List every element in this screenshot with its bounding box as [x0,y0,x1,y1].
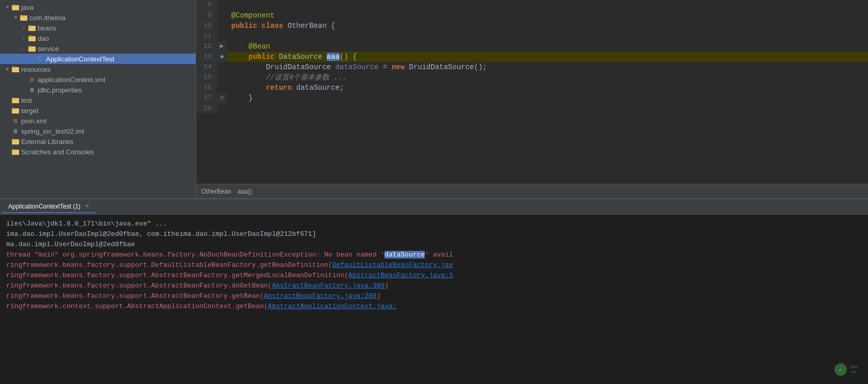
console-link-1[interactable]: DefaultListableBeanFactory.jav [332,261,453,269]
line-content-12: @Bean [227,41,868,52]
code-line-9: 9 @Component [196,10,868,21]
svg-rect-7 [28,36,31,37]
code-line-13: 13 ◆ public DataSource aaa() { [196,52,868,62]
console-line-error: thread "main" org.springframework.beans.… [6,250,862,260]
sidebar-item-iml[interactable]: 🗎 spring_ioc_test02.iml [0,126,196,136]
line-num-15: 15 [196,72,217,83]
svg-text:.net: .net [849,370,857,374]
sidebar-item-java[interactable]: ▾ java [0,2,196,12]
line-num-10: 10 [196,21,217,31]
console-line-link-1: ringframework.beans.factory.support.Defa… [6,260,862,270]
sidebar-item-act-label: ApplicationContextTest [46,55,114,63]
file-tree: ▾ java ▾ com.itheima › beans › [0,0,196,198]
sidebar-item-target[interactable]: target [0,105,196,116]
console-line-link-4: ringframework.beans.factory.support.Abst… [6,291,862,301]
sidebar-item-java-label: java [21,4,34,11]
line-content-13: public DataSource aaa() { [227,52,868,62]
console-link-4[interactable]: AbstractBeanFactory.java:208 [264,292,376,300]
code-line-16: 16 return dataSource; [196,83,868,93]
sidebar-item-beans[interactable]: › beans [0,23,196,33]
breadcrumb-class[interactable]: OtherBean [201,188,231,195]
chevron-com-itheima: ▾ [12,14,19,21]
sidebar-item-jdbc-prop-label: jdbc.properties [38,86,82,94]
code-line-18: 18 [196,103,868,114]
kw-new: new [392,63,405,71]
svg-text:✓: ✓ [839,367,843,373]
code-scroll-area[interactable]: 8 9 @Component 10 public class OtherBean… [196,0,868,184]
sidebar-item-jdbc-prop[interactable]: 🗎 jdbc.properties [0,85,196,95]
sidebar-item-com-itheima[interactable]: ▾ com.itheima [0,12,196,23]
console-tab-label: ApplicationContextTest (1) [8,203,81,210]
sidebar-item-scratches-label: Scratches and Consoles [21,148,94,156]
kw-public-13: public [249,53,275,61]
folder-test-icon [11,96,20,104]
svg-rect-19 [12,149,15,151]
sidebar-item-com-label: com.itheima [29,14,66,22]
gutter-13: ◆ [217,52,227,62]
code-line-10: 10 public class OtherBean { [196,21,868,31]
sidebar-item-iml-label: spring_ioc_test02.iml [21,127,84,135]
console-tabs: ApplicationContextTest (1) ✕ [0,199,868,215]
line-content-14: DruidDataSource dataSource = new DruidDa… [227,62,868,72]
svg-rect-13 [12,98,15,99]
code-line-14: 14 DruidDataSource dataSource = new Drui… [196,62,868,72]
sidebar-item-test-label: test [21,97,32,104]
folder-com-icon [20,13,28,22]
sidebar-item-dao-label: dao [38,35,49,42]
prop-file-icon: 🗎 [28,86,36,94]
code-editor: 8 9 @Component 10 public class OtherBean… [196,0,868,198]
svg-rect-3 [20,15,23,17]
line-content-15: //设置4个基本参数 ... [227,72,868,83]
line-num-18: 18 [196,103,217,114]
line-num-11: 11 [196,31,217,41]
code-line-11: 11 [196,31,868,41]
console-tab-close[interactable]: ✕ [85,203,89,210]
console-line-link-5: ringframework.context.support.AbstractAp… [6,301,862,312]
console-link-2[interactable]: AbstractBeanFactory.java:1 [348,271,453,279]
line-num-17: 17 [196,93,217,103]
console-link-5[interactable]: AbstractApplicationContext.java: [268,302,397,310]
scratches-icon [11,148,20,156]
line-content-17: } [227,93,868,103]
sidebar-item-pom-xml[interactable]: 🗎 pom.xml [0,116,196,126]
console-output[interactable]: iles\Java\jdk1.8.0_171\bin\java.exe" ...… [0,215,868,384]
sidebar-item-external-libs-label: External Libraries [21,138,73,146]
var-datasource: dataSource [335,63,379,71]
svg-rect-9 [28,46,31,47]
sidebar-item-service-label: service [38,45,59,53]
sidebar-item-service[interactable]: › service [0,43,196,54]
main-container: ▾ java ▾ com.itheima › beans › [0,0,868,198]
folder-target-icon [11,106,20,115]
line-content-16: return dataSource; [227,83,868,93]
line-num-12: 12 [196,41,217,52]
code-line-17: 17 ▽ } [196,93,868,103]
sidebar-item-resources[interactable]: ▾ resources [0,64,196,74]
sidebar-item-external-libs[interactable]: External Libraries [0,136,196,147]
sidebar-item-application-context-test[interactable]: C ApplicationContextTest [0,54,196,64]
comment-line-15: //设置4个基本参数 ... [231,73,347,82]
code-line-8: 8 [196,0,868,10]
console-highlight-datasource: dataSource [384,251,425,259]
sidebar-item-app-xml[interactable]: 🗎 applicationContext.xml [0,74,196,85]
iml-file-icon: 🗎 [11,127,20,135]
xml-file-icon: 🗎 [28,75,36,84]
console-tab-app[interactable]: ApplicationContextTest (1) ✕ [2,201,95,213]
sidebar-item-scratches[interactable]: Scratches and Consoles [0,147,196,157]
chevron-dao: › [21,35,27,41]
sidebar-item-test[interactable]: test [0,95,196,105]
breadcrumb-bar: OtherBean › aaa() [196,184,868,198]
code-line-15: 15 //设置4个基本参数 ... [196,72,868,83]
folder-service-icon [28,44,36,53]
sidebar-item-dao[interactable]: › dao [0,33,196,43]
console-link-3[interactable]: AbstractBeanFactory.java:309 [272,282,384,290]
code-line-12: 12 ▶ @Bean [196,41,868,52]
breadcrumb-method[interactable]: aaa() [237,188,252,195]
kw-return: return [266,84,292,92]
annotation-component: @Component [231,11,275,20]
svg-text:djian: djian [849,364,858,369]
console-line-0: iles\Java\jdk1.8.0_171\bin\java.exe" ... [6,219,862,229]
line-content-10: public class OtherBean { [227,21,868,31]
line-num-13: 13 [196,52,217,62]
kw-public: public [231,22,257,30]
sidebar-item-pom-label: pom.xml [21,117,46,125]
